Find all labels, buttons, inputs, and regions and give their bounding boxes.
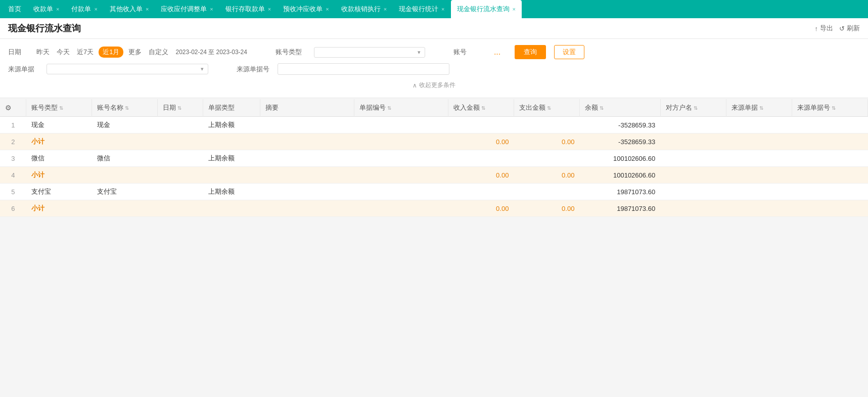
table-row: 1现金现金上期余额-3528659.33 [0,117,868,134]
col-summary[interactable]: 摘要 [260,99,354,117]
export-button[interactable]: ↑ 导出 [815,24,834,33]
table-header-row: ⚙ 账号类型⇅ 账号名称⇅ 日期⇅ 单据类型 摘要 单据编号⇅ 收入金额⇅ 支出… [0,99,868,117]
cell-summary [260,134,354,150]
sort-icon: ⇅ [759,105,763,111]
col-income[interactable]: 收入金额⇅ [448,99,514,117]
cell-income [448,150,514,167]
cell-balance: 19871073.60 [579,200,660,217]
chevron-down-icon: ▾ [418,49,421,56]
collapse-icon: ∧ [413,82,417,89]
nav-tab-7[interactable]: 现金银行统计 × [393,0,450,18]
nav-home[interactable]: 首页 [2,5,27,14]
date-option-more[interactable]: 更多 [126,47,144,58]
date-option-custom[interactable]: 自定义 [147,47,170,58]
cell-doc-type: 上期余额 [203,117,260,134]
nav-tab-3[interactable]: 应收应付调整单 × [155,0,219,18]
close-icon[interactable]: × [94,6,97,12]
cell-doc-type [203,134,260,150]
close-icon[interactable]: × [146,6,149,12]
date-option-today[interactable]: 今天 [55,47,72,58]
nav-tab-0[interactable]: 收款单 × [27,0,65,18]
settings-button[interactable]: 设置 [554,45,584,59]
nav-tab-5[interactable]: 预收冲应收单 × [277,0,335,18]
cell-doc-no [354,184,448,200]
cell-doc-no [354,167,448,184]
cell-expense [514,150,579,167]
nav-tab-4[interactable]: 银行存取款单 × [219,0,277,18]
cell-source-doc [726,200,792,217]
page-header: 现金银行流水查询 ↑ 导出 ↺ 刷新 [0,18,868,39]
col-label: 对方户名 [666,104,692,111]
sort-icon: ⇅ [177,105,181,111]
cell-num: 6 [0,200,26,217]
cell-source-doc-no [792,184,867,200]
col-gear[interactable]: ⚙ [0,99,26,117]
collapse-bar[interactable]: ∧ 收起更多条件 [8,79,860,92]
cell-num: 2 [0,134,26,150]
col-label: 账号类型 [31,104,58,111]
sort-icon: ⇅ [832,105,836,111]
account-label: 账号 [453,48,484,57]
col-source-doc[interactable]: 来源单据⇅ [726,99,792,117]
header-actions: ↑ 导出 ↺ 刷新 [815,24,860,33]
cell-doc-no [354,134,448,150]
date-option-7days[interactable]: 近7天 [75,47,96,58]
account-type-select[interactable]: ▾ [314,47,425,58]
col-balance[interactable]: 余额⇅ [579,99,660,117]
col-account-name[interactable]: 账号名称⇅ [92,99,158,117]
cell-counterpart [660,167,726,184]
close-icon[interactable]: × [210,6,213,12]
source-doc-label: 来源单据 [8,65,38,74]
close-icon[interactable]: × [326,6,329,12]
col-label: 单据类型 [208,104,235,111]
col-source-doc-no[interactable]: 来源单据号⇅ [792,99,867,117]
cell-summary [260,200,354,217]
col-counterpart[interactable]: 对方户名⇅ [660,99,726,117]
date-option-yesterday[interactable]: 昨天 [34,47,52,58]
source-doc-select[interactable]: ▾ [47,64,208,74]
nav-tab-6[interactable]: 收款核销执行 × [335,0,393,18]
gear-icon: ⚙ [5,104,12,112]
col-account-type[interactable]: 账号类型⇅ [26,99,92,117]
cell-account-type: 小计 [26,200,92,217]
col-label: 摘要 [265,104,279,111]
col-expense[interactable]: 支出金额⇅ [514,99,579,117]
sort-icon: ⇅ [59,105,63,111]
cell-counterpart [660,117,726,134]
col-date[interactable]: 日期⇅ [158,99,203,117]
cell-source-doc-no [792,200,867,217]
close-icon[interactable]: × [268,6,271,12]
col-label: 支出金额 [519,104,545,111]
date-option-1month[interactable]: 近1月 [99,47,123,58]
account-dots-button[interactable]: ... [492,48,502,57]
cell-income [448,184,514,200]
table-row: 3微信微信上期余额100102606.60 [0,150,868,167]
account-type-label: 账号类型 [276,48,306,57]
cell-income: 0.00 [448,167,514,184]
cell-date [158,117,203,134]
col-doc-no[interactable]: 单据编号⇅ [354,99,448,117]
col-doc-type[interactable]: 单据类型 [203,99,260,117]
close-icon[interactable]: × [56,6,59,12]
source-doc-no-input[interactable] [278,63,449,75]
cell-doc-no [354,150,448,167]
nav-tab-2[interactable]: 其他收入单 × [104,0,155,18]
close-icon[interactable]: × [384,6,387,12]
cell-account-type: 现金 [26,117,92,134]
date-options: 昨天 今天 近7天 近1月 更多 自定义 2023-02-24 至 2023-0… [34,47,247,58]
cell-doc-no [354,200,448,217]
cell-source-doc-no [792,150,867,167]
refresh-button[interactable]: ↺ 刷新 [839,24,860,33]
sort-icon: ⇅ [547,105,551,111]
sort-icon: ⇅ [125,105,129,111]
cell-doc-type [203,200,260,217]
cell-num: 5 [0,184,26,200]
close-icon[interactable]: × [513,6,516,12]
search-button[interactable]: 查询 [515,45,546,59]
cell-source-doc [726,167,792,184]
close-icon[interactable]: × [441,6,444,12]
cell-num: 3 [0,150,26,167]
nav-tab-1[interactable]: 付款单 × [65,0,103,18]
cell-doc-type [203,167,260,184]
nav-tab-8[interactable]: 现金银行流水查询 × [451,0,522,18]
